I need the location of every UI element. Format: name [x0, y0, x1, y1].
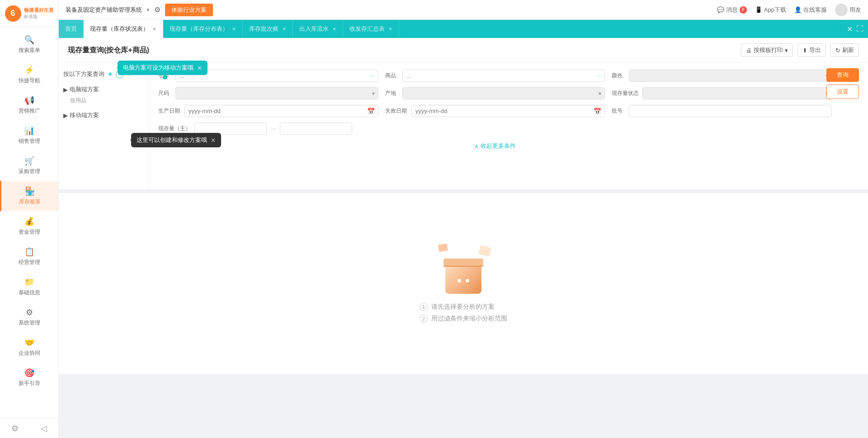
production-date-calendar-icon[interactable]: 📅	[367, 108, 375, 115]
paper2	[438, 243, 448, 252]
stock-status-field: 现存量状态 ▾	[612, 87, 832, 99]
size-select[interactable]	[175, 87, 378, 99]
user-avatar	[835, 4, 848, 16]
expand-icon: ∧	[474, 143, 479, 150]
hint1-row: 1 请先选择要分析的方案	[420, 303, 507, 311]
tab-collection-summary[interactable]: 收发存汇总表 ✕	[343, 20, 399, 38]
add-scheme-icon[interactable]: +	[108, 70, 112, 78]
industry-btn[interactable]: 体验行业方案	[165, 4, 213, 16]
desktop-expand-arrow: ▶	[63, 86, 68, 93]
topbar-messages[interactable]: 💬 消息 8	[717, 6, 747, 14]
topbar-settings-icon[interactable]: ⚙	[154, 5, 160, 14]
tab-batch-ledger[interactable]: 库存批次账 ✕	[243, 20, 293, 38]
sidebar-item-label: 基础信息	[19, 289, 40, 297]
sidebar-item-inventory[interactable]: 🏪 库存核算	[0, 181, 58, 211]
sidebar-item-label: 企业协同	[19, 349, 40, 357]
topbar-app[interactable]: 📱 App下载	[755, 6, 786, 14]
desktop-scheme-group[interactable]: ▶ 电脑端方案	[63, 84, 144, 95]
tab-inout-flow[interactable]: 出入库流水 ✕	[293, 20, 343, 38]
tab-batch-ledger-close[interactable]: ✕	[282, 26, 286, 32]
mobile-scheme-group[interactable]: ▶ 移动端方案	[63, 109, 144, 121]
enterprise-icon: 🤝	[24, 338, 34, 348]
filter-row-3: 生产日期 📅 失效日期 📅 批号	[158, 105, 832, 117]
sidebar-item-guide[interactable]: 🎯 新手引导	[0, 363, 58, 393]
sidebar-item-search[interactable]: 🔍 搜索菜单	[0, 29, 58, 60]
stock-status-select[interactable]	[642, 87, 832, 99]
quicknav-icon: ⚡	[24, 65, 34, 75]
topbar-support[interactable]: 👤 在线客服	[794, 6, 827, 14]
close-all-tabs-icon[interactable]: ✕	[847, 25, 853, 33]
tooltip-arrow	[114, 65, 119, 71]
sidebar-item-enterprise[interactable]: 🤝 企业协同	[0, 332, 58, 363]
production-date-field: 生产日期 📅	[158, 105, 378, 117]
scheme-tooltip2-text: 这里可以创建和修改方案哦	[137, 136, 207, 144]
sidebar-item-sales[interactable]: 📊 销售管理	[0, 120, 58, 151]
batch-input[interactable]	[629, 105, 832, 117]
goods-label: 商品	[385, 72, 399, 80]
main-content: 现存量查询(按仓库+商品) 🖨 按模板打印 ▾ ⬆ 导出 ↻ 刷新 按以下方案查…	[59, 38, 868, 438]
production-date-input[interactable]	[184, 105, 378, 117]
maximize-icon[interactable]: ⛶	[856, 25, 863, 33]
sidebar-item-finance[interactable]: 💰 资金管理	[0, 211, 58, 241]
color-field: 颜色 ▾	[612, 70, 832, 82]
sidebar-item-quicknav[interactable]: ⚡ 快捷导航	[0, 60, 58, 90]
page-title: 现存量查询(按仓库+商品)	[68, 46, 149, 55]
scheme-tooltip-close[interactable]: ✕	[197, 65, 202, 71]
logo-version: 标准版	[24, 14, 54, 20]
logo-brand: 畅捷通好生意	[24, 7, 54, 14]
tab-inout-flow-close[interactable]: ✕	[332, 26, 336, 32]
origin-select[interactable]	[402, 87, 605, 99]
expiry-date-calendar-icon[interactable]: 📅	[594, 108, 601, 115]
sidebar-item-label: 新手引导	[19, 380, 40, 387]
messages-badge: 8	[740, 6, 747, 14]
tab-inventory-dist[interactable]: 现存量（库存分布表） ✕	[163, 20, 243, 38]
sidebar-item-operation[interactable]: 📋 经营管理	[0, 241, 58, 272]
expand-btn[interactable]: ∧ 收起更多条件	[158, 138, 832, 154]
sidebar-item-purchase[interactable]: 🛒 采购管理	[0, 151, 58, 181]
stock-main-to-input[interactable]	[280, 122, 352, 135]
size-select-wrapper: ▾	[175, 87, 378, 99]
batch-field: 批号	[612, 105, 832, 117]
tab-inventory-status[interactable]: 现存量（库存状况表） ✕	[84, 20, 163, 38]
expiry-date-label: 失效日期	[385, 107, 408, 115]
warehouse-more-icon[interactable]: ···	[370, 73, 375, 79]
face	[458, 279, 469, 283]
sidebar-item-marketing[interactable]: 📢 营销推广	[0, 90, 58, 120]
tab-inventory-dist-close[interactable]: ✕	[232, 26, 236, 32]
search-icon: 🔍	[24, 35, 34, 45]
print-btn[interactable]: 🖨 按模板打印 ▾	[741, 43, 793, 57]
sidebar-settings-icon[interactable]: ⚙	[11, 424, 19, 433]
tab-collection-summary-close[interactable]: ✕	[388, 26, 392, 32]
stock-separator: —	[270, 125, 276, 132]
system-dropdown-arrow[interactable]: ▾	[146, 6, 150, 13]
query-btn[interactable]: 查询	[826, 68, 859, 82]
hint1-num: 1	[420, 303, 428, 311]
color-select-wrapper: ▾	[629, 70, 832, 82]
goods-more-icon[interactable]: ···	[597, 73, 601, 79]
topbar-user[interactable]: 用友	[835, 4, 861, 16]
reset-btn[interactable]: 设置	[826, 85, 859, 99]
tab-inventory-status-label: 现存量（库存状况表）	[90, 25, 149, 33]
expiry-date-wrapper: 📅	[411, 105, 605, 117]
empty-state-content: 1 请先选择要分析的方案 2 用过滤条件来缩小分析范围	[420, 244, 507, 323]
marketing-icon: 📢	[24, 95, 34, 105]
left-eye	[458, 279, 461, 283]
sidebar-item-basic[interactable]: 📁 基础信息	[0, 272, 58, 302]
tab-home[interactable]: 首页	[59, 20, 84, 38]
desktop-scheme-empty-hint: 按用品	[70, 95, 144, 106]
refresh-btn[interactable]: ↻ 刷新	[830, 43, 859, 57]
goods-input[interactable]	[402, 70, 605, 82]
topbar: 装备及固定资产辅助管理系统 ▾ ⚙ 体验行业方案 💬 消息 8 📱 App下载 …	[59, 0, 868, 20]
sidebar-item-label: 经营管理	[19, 259, 40, 266]
tab-batch-ledger-label: 库存批次账	[249, 25, 278, 33]
export-btn[interactable]: ⬆ 导出	[797, 43, 826, 57]
sidebar-collapse-icon[interactable]: ◁	[41, 424, 47, 433]
expiry-date-input[interactable]	[411, 105, 605, 117]
sidebar-item-system[interactable]: ⚙ 系统管理	[0, 302, 58, 332]
query-btn-group: 查询 设置	[826, 68, 859, 99]
sidebar-bottom: ⚙ ◁	[0, 419, 58, 438]
sidebar-item-label: 搜索菜单	[19, 47, 40, 54]
color-select[interactable]	[629, 70, 832, 82]
scheme-tooltip2-close[interactable]: ✕	[211, 137, 216, 144]
tab-inventory-status-close[interactable]: ✕	[152, 26, 156, 32]
